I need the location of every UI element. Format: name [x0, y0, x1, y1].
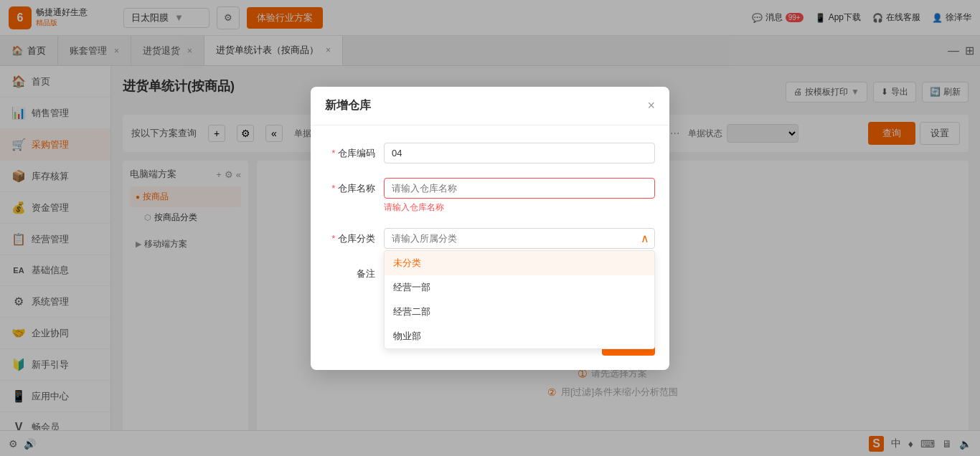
dialog-new-warehouse: 新增仓库 × 仓库编码 仓库名称 请输入仓库名称 仓库分类 [311, 87, 669, 370]
warehouse-category-input[interactable] [384, 228, 655, 249]
dropdown-item-uncategorized[interactable]: 未分类 [385, 251, 654, 275]
dropdown-item-dept2[interactable]: 经营二部 [385, 300, 654, 324]
warehouse-category-label: 仓库分类 [325, 228, 375, 245]
warehouse-category-field: ∧ 未分类 经营一部 经营二部 物业部 [384, 228, 655, 249]
warehouse-name-field: 请输入仓库名称 [384, 178, 655, 214]
warehouse-code-row: 仓库编码 [325, 143, 655, 163]
dialog-body: 仓库编码 仓库名称 请输入仓库名称 仓库分类 ∧ [311, 125, 669, 308]
category-dropdown: 未分类 经营一部 经营二部 物业部 [384, 250, 655, 349]
warehouse-code-input[interactable] [384, 143, 655, 163]
dropdown-item-dept3[interactable]: 物业部 [385, 324, 654, 348]
warehouse-name-error: 请输入仓库名称 [384, 201, 655, 214]
category-select-wrapper: ∧ [384, 228, 655, 249]
warehouse-category-row: 仓库分类 ∧ 未分类 经营一部 经营二部 物业部 [325, 228, 655, 249]
remark-label: 备注 [325, 263, 375, 280]
dialog-close-button[interactable]: × [647, 98, 655, 113]
warehouse-code-label: 仓库编码 [325, 143, 375, 160]
dialog-header: 新增仓库 × [311, 87, 669, 125]
warehouse-code-field [384, 143, 655, 163]
dropdown-item-dept1[interactable]: 经营一部 [385, 275, 654, 300]
dialog-title: 新增仓库 [325, 98, 371, 113]
warehouse-name-label: 仓库名称 [325, 178, 375, 195]
modal-overlay: 新增仓库 × 仓库编码 仓库名称 请输入仓库名称 仓库分类 [0, 0, 980, 456]
warehouse-name-input[interactable] [384, 178, 655, 199]
warehouse-name-row: 仓库名称 请输入仓库名称 [325, 178, 655, 214]
